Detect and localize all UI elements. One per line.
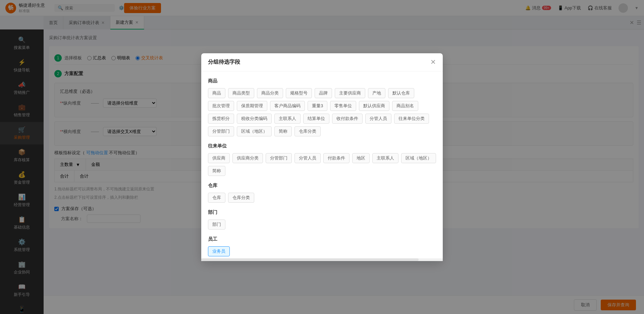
field-product[interactable]: 商品 [208,88,225,98]
field-wh-category[interactable]: 仓库分类 [228,193,254,203]
field-responsible-person[interactable]: 分管人员 [365,114,391,124]
dept-field-grid: 部门 [208,219,436,230]
field-warehouse[interactable]: 仓库 [208,193,225,203]
field-product-category[interactable]: 商品分类 [257,88,283,98]
field-pick-score[interactable]: 拣货积分 [208,114,234,124]
field-customer-sku[interactable]: 客户商品编码 [270,101,305,111]
modal-overlay[interactable]: 分组待选字段 ✕ 商品 商品 商品类型 商品分类 规格型号 品牌 主要供应商 产… [0,0,644,314]
field-product-type[interactable]: 商品类型 [228,88,254,98]
modal-header: 分组待选字段 ✕ [201,53,443,71]
field-partner-short-name[interactable]: 简称 [208,166,225,176]
field-partner-dept[interactable]: 分管部门 [266,153,292,163]
field-payment-terms[interactable]: 收付款条件 [332,114,363,124]
field-brand[interactable]: 品牌 [315,88,332,98]
section-employee: 员工 业务员 [208,236,436,256]
field-main-supplier[interactable]: 主要供应商 [335,88,365,98]
section-partner: 往来单位 供应商 供应商分类 分管部门 分管人员 付款条件 地区 主联系人 区域… [208,143,436,176]
field-default-warehouse[interactable]: 默认仓库 [388,88,414,98]
section-product-title: 商品 [208,78,436,84]
field-region[interactable]: 区域（地区） [237,126,272,136]
field-department[interactable]: 部门 [208,219,225,230]
section-partner-title: 往来单位 [208,143,436,149]
modal-dialog: 分组待选字段 ✕ 商品 商品 商品类型 商品分类 规格型号 品牌 主要供应商 产… [201,53,443,261]
employee-field-grid: 业务员 [208,246,436,256]
warehouse-field-grid: 仓库 仓库分类 [208,193,436,203]
modal-title: 分组待选字段 [208,59,240,66]
field-origin[interactable]: 产地 [368,88,385,98]
field-shelf-life[interactable]: 保质期管理 [237,101,267,111]
field-tax-code[interactable]: 税收分类编码 [237,114,272,124]
product-field-grid: 商品 商品类型 商品分类 规格型号 品牌 主要供应商 产地 默认仓库 批次管理 … [208,88,436,136]
field-settlement-unit[interactable]: 结算单位 [303,114,329,124]
field-main-contact[interactable]: 主联系人 [274,114,301,124]
field-payment-condition[interactable]: 付款条件 [323,153,350,163]
section-product: 商品 商品 商品类型 商品分类 规格型号 品牌 主要供应商 产地 默认仓库 批次… [208,78,436,136]
field-supplier-category[interactable]: 供应商分类 [232,153,263,163]
field-alias[interactable]: 商品别名 [392,101,418,111]
field-dept[interactable]: 分管部门 [208,126,234,136]
field-partner-region[interactable]: 区域（地区） [401,153,436,163]
section-employee-title: 员工 [208,236,436,242]
field-area[interactable]: 地区 [352,153,370,163]
field-batch-mgmt[interactable]: 批次管理 [208,101,234,111]
field-weight[interactable]: 重量3 [308,101,327,111]
section-warehouse: 仓库 仓库 仓库分类 [208,183,436,203]
field-partner-person[interactable]: 分管人员 [294,153,321,163]
modal-body: 商品 商品 商品类型 商品分类 规格型号 品牌 主要供应商 产地 默认仓库 批次… [201,71,443,258]
modal-horizontal-scrollbar[interactable] [201,258,443,261]
partner-field-grid: 供应商 供应商分类 分管部门 分管人员 付款条件 地区 主联系人 区域（地区） … [208,153,436,176]
section-dept-title: 部门 [208,209,436,215]
field-salesperson[interactable]: 业务员 [208,246,230,256]
field-warehouse-category[interactable]: 仓库分类 [294,126,321,136]
section-warehouse-title: 仓库 [208,183,436,189]
field-partner-contact[interactable]: 主联系人 [372,153,398,163]
field-supplier[interactable]: 供应商 [208,153,230,163]
field-short-name[interactable]: 简称 [274,126,292,136]
section-dept: 部门 部门 [208,209,436,230]
modal-close-button[interactable]: ✕ [430,59,436,65]
field-partner-category[interactable]: 往来单位分类 [394,114,429,124]
field-default-supplier[interactable]: 默认供应商 [359,101,389,111]
field-retail-unit[interactable]: 零售单位 [330,101,356,111]
field-spec-model[interactable]: 规格型号 [286,88,312,98]
